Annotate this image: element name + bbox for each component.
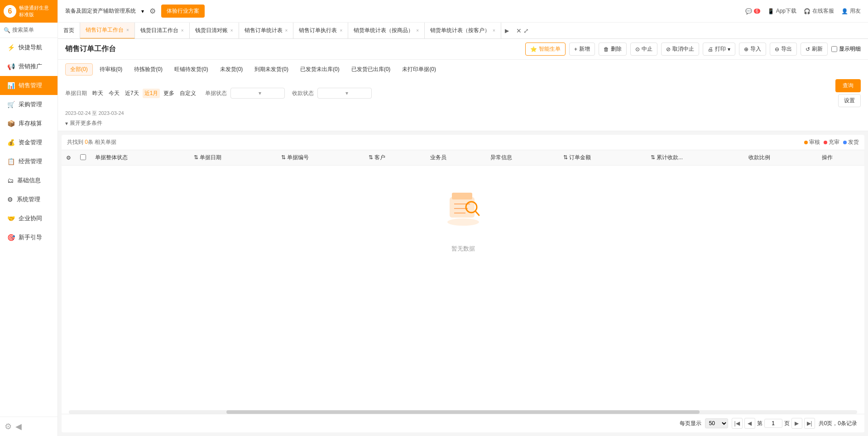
tab-expand-icon[interactable]: ⤢ bbox=[523, 27, 529, 34]
message-icon: 💬 bbox=[745, 8, 752, 14]
status-filter-select[interactable]: ▾ bbox=[230, 88, 285, 99]
delete-icon: 🗑 bbox=[604, 46, 609, 52]
first-page-btn[interactable]: |◀ bbox=[732, 418, 743, 429]
date-opt-more[interactable]: 更多 bbox=[162, 89, 176, 98]
filter-tab-not-shipped[interactable]: 未发货(0) bbox=[215, 63, 248, 76]
sidebar-item-system[interactable]: ⚙系统管理 bbox=[0, 190, 58, 209]
sidebar-item-basic-info[interactable]: 🗂基础信息 bbox=[0, 171, 58, 190]
scrollbar-thumb[interactable] bbox=[226, 410, 700, 414]
tab-more-btn[interactable]: ▶ bbox=[501, 28, 513, 34]
action-label-ship: 发货 bbox=[848, 138, 859, 146]
refresh-btn[interactable]: ↺ 刷新 bbox=[801, 43, 828, 56]
last-page-btn[interactable]: ▶| bbox=[804, 418, 815, 429]
col-date[interactable]: ⇅ 单据日期 bbox=[189, 150, 277, 166]
filter-tab-label-overdue-not-shipped: 到期未发货(0) bbox=[254, 66, 288, 72]
filter-tab-all[interactable]: 全部(0) bbox=[65, 63, 93, 76]
table-action-review[interactable]: 审核 bbox=[804, 138, 820, 146]
tab-close-icon[interactable]: ✕ bbox=[516, 27, 522, 34]
tab-cash-reconcile[interactable]: 钱货日清对账× bbox=[190, 23, 239, 39]
query-btn[interactable]: 查询 bbox=[835, 79, 861, 92]
filter-tab-label-wangpu-pending: 旺铺待发货(0) bbox=[174, 66, 208, 72]
sidebar-item-sales[interactable]: 📊销售管理 bbox=[0, 76, 58, 95]
tab-cash-daily[interactable]: 钱货日清工作台× bbox=[135, 23, 190, 39]
export-btn[interactable]: ⊖ 导出 bbox=[770, 43, 797, 56]
sidebar-item-quick-nav[interactable]: ⚡快捷导航 bbox=[0, 38, 58, 57]
settings-bottom-icon[interactable]: ⚙ bbox=[5, 422, 12, 431]
app-download-action[interactable]: 📱 App下载 bbox=[767, 7, 796, 15]
tab-sales-stats-product[interactable]: 销货单统计表（按商品）× bbox=[348, 23, 425, 39]
col-staff[interactable]: 业务员 bbox=[426, 150, 486, 166]
collapse-icon[interactable]: ◀ bbox=[15, 422, 22, 431]
page-input[interactable] bbox=[764, 419, 782, 428]
show-detail-checkbox[interactable] bbox=[831, 46, 837, 52]
tab-close-sales-stats-customer[interactable]: × bbox=[493, 28, 495, 33]
tab-home[interactable]: 首页 bbox=[58, 23, 80, 39]
tab-sales-order-exec[interactable]: 销售订单执行表× bbox=[293, 23, 348, 39]
select-all-checkbox[interactable] bbox=[80, 154, 86, 160]
online-service-action[interactable]: 🎧 在线客服 bbox=[804, 7, 834, 15]
next-page-btn[interactable]: ▶ bbox=[791, 418, 802, 429]
col-collected[interactable]: ⇅ 累计收款... bbox=[646, 150, 744, 166]
filter-tab-pending-review[interactable]: 待审核(0) bbox=[95, 63, 128, 76]
tab-close-sales-stats-product[interactable]: × bbox=[416, 28, 419, 33]
sidebar-item-finance[interactable]: 💰资金管理 bbox=[0, 133, 58, 152]
tab-close-cash-reconcile[interactable]: × bbox=[230, 28, 233, 33]
date-opt-custom[interactable]: 自定义 bbox=[178, 89, 198, 98]
sidebar-item-marketing[interactable]: 📢营销推广 bbox=[0, 57, 58, 76]
col-checkbox[interactable] bbox=[76, 150, 91, 166]
topbar-settings-icon[interactable]: ⚙ bbox=[149, 7, 156, 15]
suspend-btn[interactable]: ⊙ 中止 bbox=[630, 43, 657, 56]
date-opt-today[interactable]: 今天 bbox=[107, 89, 121, 98]
add-btn[interactable]: + 新增 bbox=[569, 43, 595, 56]
tab-close-sales-order-exec[interactable]: × bbox=[340, 28, 342, 33]
horizontal-scrollbar[interactable] bbox=[69, 410, 857, 414]
date-opt-7days[interactable]: 近7天 bbox=[123, 89, 141, 98]
cancel-suspend-btn[interactable]: ⊘ 取消中止 bbox=[661, 43, 699, 56]
sidebar-item-inventory[interactable]: 📦库存核算 bbox=[0, 114, 58, 133]
date-range-display: 2023-02-24 至 2023-03-24 bbox=[65, 110, 861, 117]
sidebar-item-guide[interactable]: 🎯新手引导 bbox=[0, 228, 58, 247]
tab-sales-order-stats[interactable]: 销售订单统计表× bbox=[239, 23, 294, 39]
col-amount[interactable]: ⇅ 订单金额 bbox=[559, 150, 646, 166]
delete-btn[interactable]: 🗑 删除 bbox=[599, 43, 627, 56]
user-action[interactable]: 👤 用友 bbox=[841, 7, 861, 15]
date-filter-options: 昨天今天近7天近1月更多自定义 bbox=[91, 89, 198, 98]
sidebar-search[interactable]: 🔍 搜索菜单 bbox=[0, 23, 58, 38]
set-btn[interactable]: 设置 bbox=[838, 94, 861, 107]
col-settings[interactable]: ⚙ bbox=[62, 150, 76, 166]
col-customer[interactable]: ⇅ 客户 bbox=[364, 150, 426, 166]
print-btn[interactable]: 🖨 打印 ▾ bbox=[703, 43, 735, 56]
date-opt-yesterday[interactable]: 昨天 bbox=[91, 89, 105, 98]
import-btn[interactable]: ⊕ 导入 bbox=[739, 43, 766, 56]
sidebar-item-cooperation[interactable]: 🤝企业协同 bbox=[0, 209, 58, 228]
payment-filter-select[interactable]: ▾ bbox=[317, 88, 372, 99]
table-action-anti-review[interactable]: 充审 bbox=[824, 138, 839, 146]
filter-tab-shipped-not-out[interactable]: 已发货未出库(0) bbox=[295, 63, 345, 76]
nav-icon-finance: 💰 bbox=[7, 139, 15, 146]
filter-tab-pending-inspect[interactable]: 待拣验货(0) bbox=[129, 63, 168, 76]
tab-close-sales-order-workbench[interactable]: × bbox=[126, 28, 129, 33]
per-page-select[interactable]: 50 20 100 bbox=[705, 418, 728, 428]
tab-close-cash-daily[interactable]: × bbox=[181, 28, 184, 33]
show-detail-label[interactable]: 显示明细 bbox=[831, 45, 861, 53]
tab-sales-stats-customer[interactable]: 销货单统计表（按客户）× bbox=[425, 23, 501, 39]
col-number[interactable]: ⇅ 单据编号 bbox=[277, 150, 364, 166]
sidebar-item-purchase[interactable]: 🛒采购管理 bbox=[0, 95, 58, 114]
prev-page-btn[interactable]: ◀ bbox=[744, 418, 755, 429]
filter-tab-shipped-out[interactable]: 已发货已出库(0) bbox=[346, 63, 396, 76]
smart-btn[interactable]: ⭐ 智能生单 bbox=[525, 43, 566, 56]
tab-close-sales-order-stats[interactable]: × bbox=[285, 28, 288, 33]
table-scroll[interactable]: ⚙ 单据整体状态 ⇅ 单据日期 ⇅ 单据编号 ⇅ 客户 业务员 异常信息 ⇅ 订… bbox=[62, 150, 864, 410]
topbar-dropdown-icon[interactable]: ▾ bbox=[141, 8, 144, 14]
table-action-ship[interactable]: 发货 bbox=[843, 138, 859, 146]
filter-tab-not-printed[interactable]: 未打印单据(0) bbox=[397, 63, 441, 76]
empty-text: 暂无数据 bbox=[451, 245, 475, 253]
filter-tab-overdue-not-shipped[interactable]: 到期未发货(0) bbox=[249, 63, 293, 76]
sidebar-item-operations[interactable]: 📋经营管理 bbox=[0, 152, 58, 171]
industry-btn[interactable]: 体验行业方案 bbox=[161, 5, 205, 18]
date-opt-1month[interactable]: 近1月 bbox=[143, 89, 160, 98]
expand-conditions-btn[interactable]: ▾ 展开更多条件 bbox=[65, 119, 861, 127]
tab-sales-order-workbench[interactable]: 销售订单工作台× bbox=[80, 23, 135, 39]
message-action[interactable]: 💬 6 bbox=[745, 8, 760, 14]
filter-tab-wangpu-pending[interactable]: 旺铺待发货(0) bbox=[169, 63, 213, 76]
